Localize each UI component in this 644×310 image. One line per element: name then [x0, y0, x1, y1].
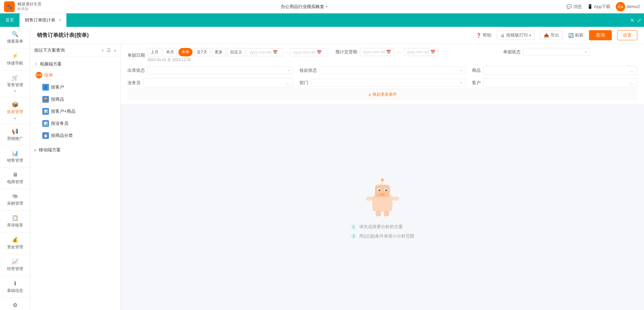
setting-button[interactable]: 设置: [617, 30, 637, 40]
main-area: 🔍 搜索菜单 ⚡ 快捷导航 🛒 零售管理 ▾ 📦 批发管理 ▴ 📢 营销推广 📊…: [0, 27, 644, 310]
date-more-btn[interactable]: 更多: [212, 48, 226, 56]
tree-expand-icon[interactable]: ▼: [34, 62, 38, 66]
out-status-select[interactable]: ▾: [148, 66, 293, 74]
desktop-section-label: 电脑端方案: [40, 61, 62, 67]
sidebar-item-sales[interactable]: 📊 销售管理: [0, 146, 30, 168]
sidebar-item-basic-info[interactable]: ℹ 基础信息: [0, 276, 30, 298]
search-icon: 🔍: [12, 31, 18, 37]
tree-item-by-goods[interactable]: 📦 按商品: [30, 93, 120, 105]
dept-group: 部门 ▾: [300, 79, 465, 87]
query-button[interactable]: 查询: [589, 30, 612, 40]
sidebar-item-marketing[interactable]: 📢 营销推广: [0, 124, 30, 146]
message-label: 消息: [573, 4, 582, 10]
date-this-month-btn[interactable]: 本月: [163, 48, 177, 56]
download-icon: 📱: [587, 4, 593, 9]
svg-rect-1: [375, 185, 390, 197]
sidebar-purchase-label: 采购管理: [7, 201, 23, 206]
sidebar-item-operations[interactable]: 📈 经营管理: [0, 254, 30, 276]
customer-group: 客户 …: [472, 78, 637, 87]
tree-salesman-icon: 📊: [42, 120, 49, 127]
customer-select[interactable]: …: [483, 78, 637, 87]
user-menu[interactable]: Ea demo2: [616, 2, 640, 11]
export-label: 导出: [550, 32, 559, 38]
empty-hint-2-text: 用[过滤]条件来缩小分析范围: [359, 233, 414, 239]
expected-date-label: 预计交货期: [335, 49, 357, 55]
panel-header-icons: + ☰ «: [101, 48, 116, 53]
sales-icon: 📊: [12, 150, 18, 156]
sidebar-marketing-label: 营销推广: [7, 136, 23, 142]
sidebar-operations-label: 经营管理: [7, 266, 23, 272]
sidebar-item-ecommerce[interactable]: 🖥 电商管理: [0, 168, 30, 189]
date-to-calendar-icon[interactable]: 📅: [317, 50, 322, 55]
goods-group: 商品 …: [472, 66, 637, 75]
customer-ellipsis-icon[interactable]: …: [630, 80, 634, 85]
doc-status-select[interactable]: ▾: [523, 48, 590, 56]
tree-group-desktop: ▼ 电脑端方案: [30, 59, 120, 69]
basicinfo-icon: ℹ: [14, 280, 16, 287]
svg-point-11: [381, 178, 384, 181]
dept-select[interactable]: ▾: [311, 79, 465, 87]
tree-item-by-customer-goods[interactable]: 📊 按客户+商品: [30, 105, 120, 117]
tree-item-by-salesman[interactable]: 📊 按业务员: [30, 117, 120, 130]
goods-ellipsis-icon[interactable]: …: [630, 68, 634, 73]
tree-salesman-label: 按业务员: [51, 120, 68, 126]
tree-goods-icon: 📦: [42, 96, 49, 103]
tree-item-by-order[interactable]: 按单 按单: [30, 69, 120, 81]
add-scheme-icon[interactable]: +: [101, 48, 104, 53]
app-download-button[interactable]: 📱 App下载: [587, 4, 610, 10]
collapse-panel-icon[interactable]: «: [114, 48, 116, 53]
tree-category-icon: 📋: [42, 132, 49, 139]
sidebar-item-system[interactable]: ⚙ 系统管理: [0, 298, 30, 310]
empty-state: 1 请先选择要分析的方案 2 用[过滤]条件来缩小分析范围: [121, 104, 644, 310]
pay-status-group: 收款状态 ▾: [300, 66, 465, 74]
tree-item-by-category[interactable]: 📋 按商品分类: [30, 130, 120, 142]
sidebar-search-label: 搜索菜单: [7, 39, 23, 44]
pay-status-select[interactable]: ▾: [320, 66, 465, 74]
svg-point-5: [385, 189, 387, 191]
tab-home[interactable]: 首页: [0, 13, 19, 27]
date-to-input[interactable]: yyyy-mm-dd 📅: [290, 48, 327, 56]
top-center-title[interactable]: 办公用品行业模拟账套 ▾: [281, 4, 328, 10]
company-arrow-icon[interactable]: ▾: [326, 4, 328, 9]
message-button[interactable]: 💬 消息: [567, 4, 582, 10]
sidebar-item-wholesale[interactable]: 📦 批发管理 ▴: [0, 97, 30, 124]
help-button[interactable]: ❓ 帮助: [476, 32, 491, 38]
goods-select[interactable]: …: [483, 66, 637, 75]
date-7days-btn[interactable]: 近7天: [194, 48, 210, 56]
exp-to-cal-icon[interactable]: 📅: [430, 50, 435, 54]
collapse-bar[interactable]: ∧ 收起更多条件: [127, 89, 637, 100]
date-from-calendar-icon[interactable]: 📅: [273, 50, 278, 55]
export-button[interactable]: 📤 导出: [540, 31, 563, 40]
expected-date-to-input[interactable]: yyyy-mm-dd 📅: [404, 48, 438, 56]
doc-status-chevron-icon: ▾: [585, 50, 587, 54]
sidebar-item-finance[interactable]: 💰 资金管理: [0, 232, 30, 254]
sidebar-item-retail[interactable]: 🛒 零售管理 ▾: [0, 70, 30, 97]
window-close-icon[interactable]: ✕: [630, 17, 634, 23]
salesman-ellipsis-icon[interactable]: …: [285, 80, 290, 85]
sidebar-item-purchase[interactable]: 🛍 采购管理: [0, 189, 30, 211]
refresh-button[interactable]: 🔄 刷新: [568, 32, 584, 38]
window-expand-icon[interactable]: ⤢: [637, 17, 641, 23]
date-this-year-btn[interactable]: 本年: [178, 48, 193, 56]
pay-status-chevron-icon: ▾: [461, 68, 462, 72]
tab-sales-order[interactable]: 销售订单统计表 ×: [19, 13, 66, 27]
exp-from-cal-icon[interactable]: 📅: [386, 50, 391, 54]
tab-close-icon[interactable]: ×: [59, 18, 61, 22]
date-last-month-btn[interactable]: 上月: [148, 48, 162, 56]
menu-scheme-icon[interactable]: ☰: [107, 48, 111, 53]
exp-to-placeholder: yyyy-mm-dd: [407, 50, 429, 54]
left-panel: 按以下方案查询 + ☰ « ▼ 电脑端方案 按单 按单: [30, 44, 121, 310]
page-action-bar: ❓ 帮助 🖨 按模板打印 ▾ 📤 导出 🔄 刷新: [476, 30, 637, 40]
sidebar-ecommerce-label: 电商管理: [7, 179, 23, 185]
tree-mobile-expand-icon[interactable]: ▶: [34, 148, 37, 152]
print-button[interactable]: 🖨 按模板打印 ▾: [497, 31, 535, 40]
tree-item-by-customer[interactable]: 👤 按客户: [30, 81, 120, 93]
sidebar-item-search[interactable]: 🔍 搜索菜单: [0, 27, 30, 49]
sidebar-item-inventory[interactable]: 📋 库存核算: [0, 211, 30, 232]
date-range-display: 2023-01-01 至 2023-12-31: [148, 57, 327, 62]
date-custom-btn[interactable]: 自定义: [227, 48, 245, 56]
expected-date-from-input[interactable]: yyyy-mm-dd 📅: [360, 48, 394, 56]
salesman-select[interactable]: …: [143, 78, 293, 87]
date-from-input[interactable]: yyyy-mm-dd 📅: [247, 48, 283, 56]
sidebar-item-quicknav[interactable]: ⚡ 快捷导航: [0, 49, 30, 70]
